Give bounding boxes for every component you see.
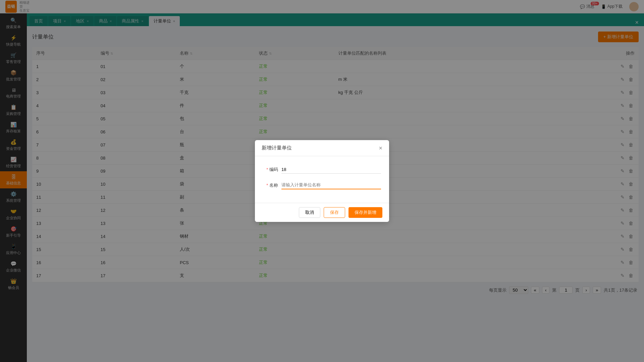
code-input[interactable] bbox=[281, 166, 381, 174]
modal-header: 新增计量单位 × bbox=[255, 140, 389, 156]
modal-title: 新增计量单位 bbox=[262, 145, 292, 151]
name-input[interactable] bbox=[281, 181, 381, 189]
cancel-button[interactable]: 取消 bbox=[299, 207, 320, 218]
modal: 新增计量单位 × * 编码 * 名称 取消 保存 保存并新增 bbox=[255, 140, 389, 222]
form-item-code: * 编码 bbox=[263, 166, 381, 174]
form-item-name: * 名称 bbox=[263, 181, 381, 189]
modal-footer: 取消 保存 保存并新增 bbox=[255, 203, 389, 222]
name-label: * 名称 bbox=[263, 182, 281, 188]
modal-close-btn[interactable]: × bbox=[379, 145, 382, 151]
modal-overlay: 新增计量单位 × * 编码 * 名称 取消 保存 保存并新增 bbox=[0, 0, 644, 362]
save-button[interactable]: 保存 bbox=[324, 207, 345, 218]
code-label: * 编码 bbox=[263, 167, 281, 173]
save-new-button[interactable]: 保存并新增 bbox=[348, 207, 382, 218]
modal-body: * 编码 * 名称 bbox=[255, 156, 389, 203]
